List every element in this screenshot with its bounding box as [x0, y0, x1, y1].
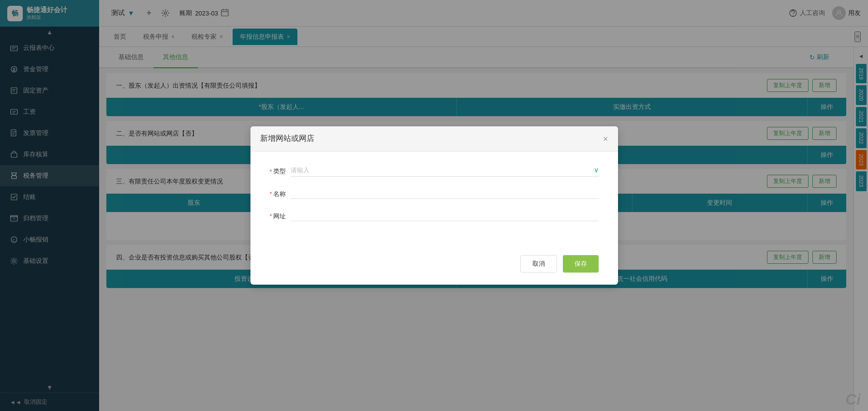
type-label-text: 类型: [273, 167, 286, 176]
modal-title: 新增网站或网店: [260, 134, 314, 144]
form-field-name: * 名称: [270, 189, 599, 199]
form-label-type: * 类型: [270, 167, 286, 176]
modal-body: * 类型 ∨ * 名称 *: [250, 152, 618, 248]
modal-close-button[interactable]: ×: [603, 135, 608, 143]
form-label-name: * 名称: [270, 190, 286, 198]
name-input[interactable]: [291, 189, 599, 196]
save-button[interactable]: 保存: [563, 255, 599, 273]
name-label-text: 名称: [273, 190, 286, 198]
url-input-wrapper: [291, 211, 599, 221]
type-input-wrapper: ∨: [291, 166, 599, 177]
url-input[interactable]: [291, 211, 599, 218]
modal-footer: 取消 保存: [250, 248, 618, 285]
modal-overlay[interactable]: 新增网站或网店 × * 类型 ∨ * 名称: [0, 0, 868, 411]
name-input-wrapper: [291, 189, 599, 199]
url-label-text: 网址: [273, 212, 286, 221]
name-required-mark: *: [270, 190, 272, 198]
modal-header: 新增网站或网店 ×: [250, 126, 618, 152]
modal-add-website: 新增网站或网店 × * 类型 ∨ * 名称: [250, 126, 618, 285]
url-required-mark: *: [270, 213, 272, 220]
form-label-url: * 网址: [270, 212, 286, 221]
form-field-type: * 类型 ∨: [270, 166, 599, 177]
type-required-mark: *: [270, 168, 272, 175]
type-input[interactable]: [291, 167, 594, 174]
cancel-button[interactable]: 取消: [520, 255, 557, 273]
type-dropdown-arrow[interactable]: ∨: [594, 166, 599, 174]
form-field-url: * 网址: [270, 211, 599, 221]
